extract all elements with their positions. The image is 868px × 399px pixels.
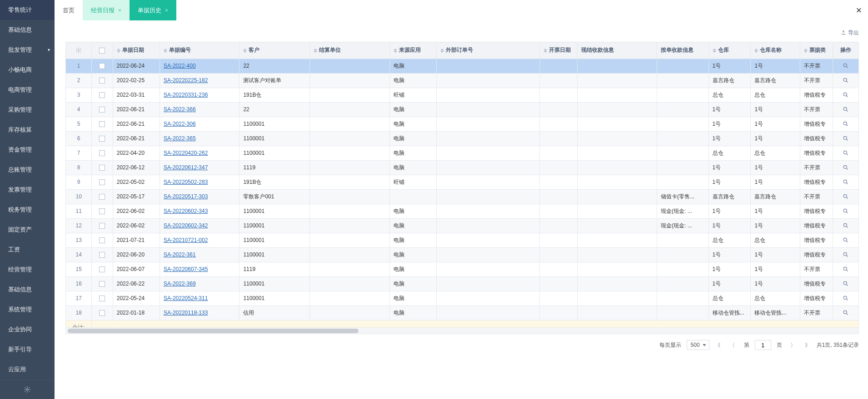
table-row[interactable]: 42022-06-21SA-2022-36622电脑1号1号不开票: [66, 102, 859, 117]
sidebar-item-6[interactable]: 库存核算: [0, 120, 55, 140]
prev-page-button[interactable]: ⟨: [729, 340, 738, 350]
per-page-select[interactable]: 500: [687, 340, 709, 350]
checkbox[interactable]: [99, 92, 105, 98]
table-row[interactable]: 102022-05-17SA-20220517-303零散客户001储值卡(零售…: [66, 189, 859, 204]
checkbox[interactable]: [99, 63, 105, 69]
header-srcapp[interactable]: 来源应用: [389, 42, 436, 59]
cell-view[interactable]: [833, 204, 859, 218]
row-checkbox-cell[interactable]: [92, 146, 113, 160]
cell-view[interactable]: [833, 291, 859, 305]
cell-view[interactable]: [833, 175, 859, 189]
cell-view[interactable]: [833, 262, 859, 276]
checkbox[interactable]: [99, 150, 105, 156]
row-checkbox-cell[interactable]: [92, 247, 113, 262]
header-invdate[interactable]: 开票日期: [540, 42, 578, 59]
sidebar-item-12[interactable]: 工资: [0, 240, 55, 260]
close-all-tabs-icon[interactable]: ×: [850, 0, 868, 20]
cell-docno[interactable]: SA-20220602-343: [160, 204, 239, 218]
cell-view[interactable]: [833, 88, 859, 102]
header-date[interactable]: 单据日期: [113, 42, 160, 59]
table-row[interactable]: 142022-06-20SA-2022-3611100001电脑1号1号增值税专: [66, 247, 859, 262]
table-row[interactable]: 162022-06-22SA-2022-3691100001电脑1号1号增值税专: [66, 276, 859, 291]
sidebar-item-0[interactable]: 零售统计: [0, 0, 55, 20]
row-checkbox-cell[interactable]: [92, 88, 113, 102]
sidebar-item-2[interactable]: 批发管理▾: [0, 40, 55, 60]
sidebar-item-3[interactable]: 小畅电商: [0, 60, 55, 80]
close-icon[interactable]: ×: [165, 7, 168, 14]
row-checkbox-cell[interactable]: [92, 59, 113, 73]
sidebar-item-17[interactable]: 新手引导: [0, 340, 55, 360]
checkbox[interactable]: [99, 208, 105, 214]
checkbox[interactable]: [99, 107, 105, 113]
table-row[interactable]: 32022-03-31SA-20220331-236191B仓旺铺总仓总仓增值税…: [66, 88, 859, 102]
checkbox[interactable]: [99, 223, 105, 229]
cell-docno[interactable]: SA-20210721-002: [160, 233, 239, 247]
table-row[interactable]: 52022-06-21SA-2022-3061100001电脑1号1号增值税专: [66, 117, 859, 131]
last-page-button[interactable]: ⟫: [802, 340, 811, 350]
row-checkbox-cell[interactable]: [92, 189, 113, 204]
checkbox[interactable]: [99, 252, 105, 258]
page-number-input[interactable]: [755, 340, 771, 350]
table-row[interactable]: 12022-06-24SA-2022-40022电脑1号1号不开票: [66, 59, 859, 73]
cell-docno[interactable]: SA-20220420-262: [160, 146, 239, 160]
cell-view[interactable]: [833, 73, 859, 88]
checkbox[interactable]: [99, 310, 105, 316]
header-recinfo[interactable]: 按单收款信息: [657, 42, 709, 59]
cell-docno[interactable]: SA-2022-366: [160, 102, 239, 117]
table-row[interactable]: 72022-04-20SA-20220420-2621100001电脑总仓总仓增…: [66, 146, 859, 160]
header-whname[interactable]: 仓库名称: [751, 42, 800, 59]
sidebar-item-8[interactable]: 总账管理: [0, 160, 55, 180]
header-docno[interactable]: 单据编号: [160, 42, 239, 59]
cell-view[interactable]: [833, 131, 859, 146]
sidebar-item-5[interactable]: 采购管理: [0, 100, 55, 120]
table-row[interactable]: 22022-02-25SA-20220225-182测试客户对账单电脑嘉言路仓嘉…: [66, 73, 859, 88]
row-checkbox-cell[interactable]: [92, 131, 113, 146]
checkbox-all[interactable]: [99, 48, 105, 54]
cell-docno[interactable]: SA-20220502-283: [160, 175, 239, 189]
cell-docno[interactable]: SA-20220524-311: [160, 291, 239, 305]
sidebar-item-18[interactable]: 云应用: [0, 360, 55, 379]
sidebar-item-16[interactable]: 企业协同: [0, 320, 55, 340]
header-wh[interactable]: 仓库: [708, 42, 751, 59]
header-cashinfo[interactable]: 现结收款信息: [577, 42, 657, 59]
horizontal-scrollbar[interactable]: [65, 328, 859, 334]
cell-view[interactable]: [833, 305, 859, 320]
checkbox[interactable]: [99, 165, 105, 171]
table-row[interactable]: 152022-06-07SA-20220607-3451119电脑1号1号不开票: [66, 262, 859, 276]
checkbox[interactable]: [99, 266, 105, 272]
row-checkbox-cell[interactable]: [92, 291, 113, 305]
row-checkbox-cell[interactable]: [92, 233, 113, 247]
cell-docno[interactable]: SA-2022-400: [160, 59, 239, 73]
table-row[interactable]: 112022-06-02SA-20220602-3431100001电脑现金(现…: [66, 204, 859, 218]
row-checkbox-cell[interactable]: [92, 160, 113, 175]
checkbox[interactable]: [99, 136, 105, 142]
sidebar-item-11[interactable]: 固定资产: [0, 220, 55, 240]
header-settle[interactable]: 结算单位: [310, 42, 389, 59]
table-row[interactable]: 172022-05-24SA-20220524-3111100001电脑总仓总仓…: [66, 291, 859, 305]
table-row[interactable]: 122022-06-02SA-20220602-3421100001电脑现金(现…: [66, 218, 859, 233]
sidebar-item-9[interactable]: 发票管理: [0, 180, 55, 200]
cell-view[interactable]: [833, 102, 859, 117]
row-checkbox-cell[interactable]: [92, 102, 113, 117]
table-row[interactable]: 62022-06-21SA-2022-3651100001电脑1号1号增值税专: [66, 131, 859, 146]
cell-docno[interactable]: SA-2022-369: [160, 276, 239, 291]
table-row[interactable]: 92022-05-02SA-20220502-283191B仓旺铺1号1号增值税…: [66, 175, 859, 189]
cell-docno[interactable]: SA-20220331-236: [160, 88, 239, 102]
cell-view[interactable]: [833, 233, 859, 247]
sidebar-item-14[interactable]: 基础信息: [0, 280, 55, 300]
cell-view[interactable]: [833, 146, 859, 160]
row-checkbox-cell[interactable]: [92, 218, 113, 233]
sidebar-item-7[interactable]: 资金管理: [0, 140, 55, 160]
cell-docno[interactable]: SA-20220517-303: [160, 189, 239, 204]
cell-view[interactable]: [833, 218, 859, 233]
row-checkbox-cell[interactable]: [92, 305, 113, 320]
header-settings[interactable]: [66, 42, 92, 59]
export-button[interactable]: 导出: [841, 29, 859, 37]
sidebar-item-4[interactable]: 电商管理: [0, 80, 55, 100]
checkbox[interactable]: [99, 78, 105, 84]
header-extord[interactable]: 外部订单号: [436, 42, 539, 59]
sidebar-item-13[interactable]: 经营管理: [0, 260, 55, 280]
cell-docno[interactable]: SA-2022-361: [160, 247, 239, 262]
next-page-button[interactable]: ⟩: [788, 340, 797, 350]
table-row[interactable]: 132021-07-21SA-20210721-0021100001电脑总仓总仓…: [66, 233, 859, 247]
